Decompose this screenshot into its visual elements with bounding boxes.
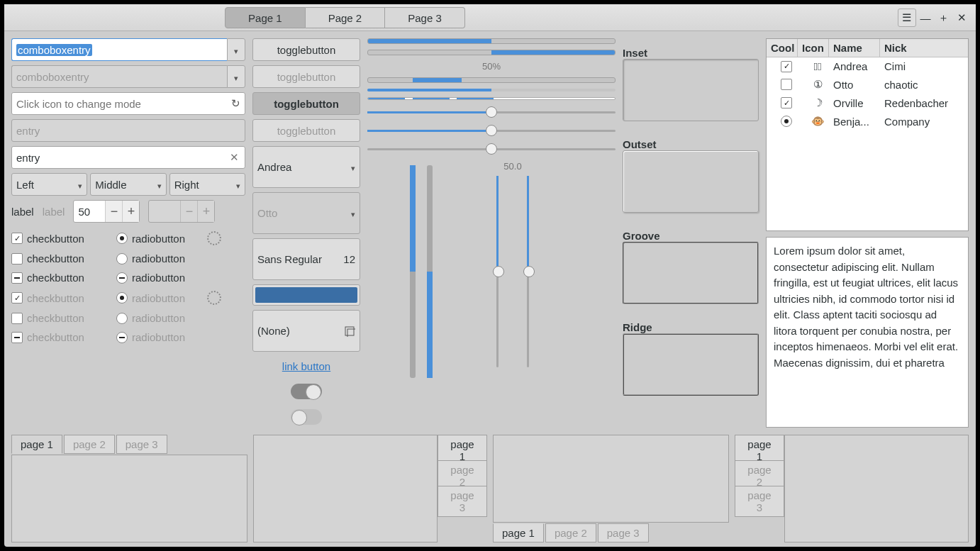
toggle-4-dis: togglebutton bbox=[252, 119, 360, 142]
tab-page-2[interactable]: page 2 bbox=[64, 435, 115, 454]
maximize-button[interactable]: ＋ bbox=[935, 9, 953, 27]
tab-page-3[interactable]: page 3 bbox=[116, 435, 167, 454]
spin-button-disabled: −+ bbox=[148, 200, 215, 223]
hamburger-icon: ☰ bbox=[902, 11, 911, 24]
spin-plus-icon[interactable]: + bbox=[122, 201, 139, 222]
file-button[interactable]: (None) bbox=[252, 310, 360, 352]
entry-input[interactable] bbox=[16, 152, 228, 164]
checkbutton-6-dis: checkbutton bbox=[11, 331, 111, 343]
font-button[interactable]: Sans Regular12 bbox=[252, 238, 360, 280]
vscale-1[interactable] bbox=[410, 165, 416, 378]
progress-pulse bbox=[367, 77, 616, 83]
radiobutton-1[interactable]: radiobutton bbox=[116, 231, 201, 245]
scale-2[interactable] bbox=[367, 124, 616, 137]
spinner-icon-dis bbox=[207, 291, 221, 305]
progress-1 bbox=[367, 38, 616, 44]
frame-title: Inset bbox=[623, 47, 759, 59]
tab-page-3[interactable]: page 3 bbox=[438, 486, 487, 517]
refresh-icon[interactable]: ↻ bbox=[231, 97, 240, 110]
checkbutton-4-dis: checkbutton bbox=[11, 291, 111, 305]
stack-page-2[interactable]: Page 2 bbox=[306, 7, 386, 28]
vscale-value: 50.0 bbox=[503, 161, 521, 172]
vscale-4[interactable] bbox=[527, 176, 529, 367]
checkbutton-2[interactable]: checkbutton bbox=[11, 252, 111, 265]
table-row[interactable]: ☽ Orville Redenbacher bbox=[767, 94, 968, 112]
frame-inset bbox=[623, 59, 759, 121]
tab-page-2[interactable]: page 2 bbox=[545, 523, 596, 542]
level-2 bbox=[367, 97, 616, 100]
notebook-tabs-left: page 1 page 2 page 3 bbox=[735, 435, 969, 542]
combo-andrea[interactable]: Andrea bbox=[252, 146, 360, 188]
align-right-combo[interactable]: Right bbox=[169, 173, 245, 196]
table-row[interactable]: ✓⃝ Andrea Cimi bbox=[767, 57, 968, 75]
radiobutton-5-dis: radiobutton bbox=[116, 312, 201, 324]
color-button[interactable] bbox=[252, 284, 360, 306]
close-icon: ✕ bbox=[957, 11, 967, 24]
monkey-icon: 🐵 bbox=[802, 115, 833, 128]
tree-view[interactable]: Cool Icon Name Nick ✓⃝ Andrea Cimi ① Ott… bbox=[766, 38, 969, 231]
label-1: label bbox=[11, 203, 34, 221]
color-swatch bbox=[255, 287, 357, 303]
notebook-tabs-bottom: page 1 page 2 page 3 bbox=[493, 435, 729, 542]
hamburger-menu-button[interactable]: ☰ bbox=[898, 9, 916, 27]
clear-icon[interactable]: ✕ bbox=[228, 151, 240, 164]
scale-1[interactable] bbox=[367, 106, 616, 118]
toggle-1[interactable]: togglebutton bbox=[252, 38, 360, 61]
checkbutton-1[interactable]: checkbutton bbox=[11, 231, 111, 245]
headerbar: Page 1 Page 2 Page 3 ☰ — ＋ ✕ bbox=[4, 4, 976, 31]
switch-off[interactable] bbox=[291, 409, 322, 425]
tab-page-3[interactable]: page 3 bbox=[598, 523, 649, 542]
toggle-2-dis: togglebutton bbox=[252, 65, 360, 88]
mode-input[interactable] bbox=[16, 98, 231, 110]
spin-minus-icon[interactable]: − bbox=[105, 201, 122, 222]
window: Page 1 Page 2 Page 3 ☰ — ＋ ✕ comboboxent… bbox=[4, 4, 976, 547]
stack-page-1[interactable]: Page 1 bbox=[225, 7, 306, 28]
toggle-3-active[interactable]: togglebutton bbox=[252, 92, 360, 115]
minimize-icon: — bbox=[920, 12, 930, 24]
link-button[interactable]: link button bbox=[252, 356, 360, 377]
entry-clearable[interactable]: ✕ bbox=[11, 146, 245, 169]
combo-otto-dis: Otto bbox=[252, 192, 360, 234]
chevron-down-icon[interactable] bbox=[227, 38, 245, 61]
checkbutton-3-mixed[interactable]: checkbutton bbox=[11, 272, 111, 284]
frame-groove bbox=[623, 242, 759, 304]
frame-ridge bbox=[623, 333, 759, 396]
minimize-button[interactable]: — bbox=[916, 9, 935, 27]
combobox-entry-1[interactable]: comboboxentry bbox=[11, 38, 245, 61]
align-left-combo[interactable]: Left bbox=[11, 173, 87, 196]
scale-3-dis bbox=[367, 143, 616, 155]
progress-label: 50% bbox=[367, 61, 616, 72]
radiobutton-2[interactable]: radiobutton bbox=[116, 252, 201, 265]
level-1 bbox=[367, 89, 616, 91]
progress-2 bbox=[367, 50, 616, 55]
frame-outset bbox=[623, 150, 759, 213]
close-button[interactable]: ✕ bbox=[953, 9, 971, 27]
vscale-3[interactable] bbox=[496, 176, 499, 367]
stack-page-3[interactable]: Page 3 bbox=[385, 7, 465, 28]
table-row[interactable]: ① Otto chaotic bbox=[767, 75, 968, 94]
radiobutton-3-mixed[interactable]: radiobutton bbox=[116, 272, 201, 284]
mode-entry[interactable]: ↻ bbox=[11, 92, 245, 115]
table-row[interactable]: 🐵 Benja... Company bbox=[767, 112, 968, 130]
moon-icon: ☽ bbox=[802, 96, 833, 109]
tab-page-1[interactable]: page 1 bbox=[11, 435, 62, 454]
text-view[interactable]: Lorem ipsum dolor sit amet, consectetur … bbox=[766, 237, 969, 428]
spinner-icon bbox=[207, 231, 221, 245]
combobox-entry-2-disabled: comboboxentry bbox=[11, 65, 245, 88]
align-middle-combo[interactable]: Middle bbox=[90, 173, 166, 196]
tab-page-1[interactable]: page 1 bbox=[493, 523, 544, 542]
exclaim-icon: ① bbox=[802, 78, 833, 91]
switch-on[interactable] bbox=[291, 384, 322, 399]
stack-switcher: Page 1 Page 2 Page 3 bbox=[225, 7, 465, 28]
vscale-2[interactable] bbox=[427, 165, 433, 378]
radiobutton-4-dis: radiobutton bbox=[116, 291, 201, 305]
spin-button[interactable]: 50 − + bbox=[73, 200, 140, 223]
notebook-tabs-top: page 1 page 2 page 3 bbox=[11, 435, 247, 542]
label-2: label bbox=[43, 203, 65, 221]
maximize-icon: ＋ bbox=[938, 11, 949, 25]
checkbutton-5-dis: checkbutton bbox=[11, 312, 111, 324]
notebook-tabs-right: page 1 page 2 page 3 bbox=[253, 435, 487, 542]
radiobutton-6-dis: radiobutton bbox=[116, 331, 201, 343]
tab-page-3[interactable]: page 3 bbox=[735, 486, 784, 517]
check-circle-icon: ✓⃝ bbox=[802, 60, 833, 72]
